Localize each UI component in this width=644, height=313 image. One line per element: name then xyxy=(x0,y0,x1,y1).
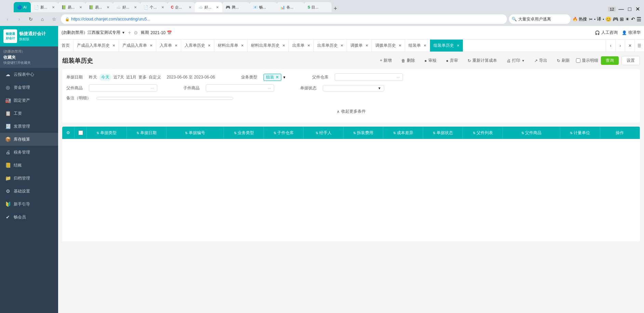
sidebar-item-inventory[interactable]: 📦 库存核算 xyxy=(0,133,58,146)
order-status-input[interactable]: ▼ xyxy=(323,85,384,91)
browser-minimize-icon[interactable]: — xyxy=(617,6,625,12)
date-shortcut-yesterday[interactable]: 昨天 xyxy=(89,74,97,80)
company-selector[interactable]: (勿删勿禁用）江西服宝测试专用 ▼ xyxy=(62,30,125,35)
address-input[interactable]: 🔒 https://cloud.chanjet.com/accounting/u… xyxy=(61,14,507,24)
grid-icon[interactable]: ⊞ xyxy=(620,16,624,22)
settings-gear-icon[interactable]: ⚙ xyxy=(134,30,138,35)
nav-tab-material-out[interactable]: 材料出库单 ✕ xyxy=(214,40,247,52)
date-shortcut-more[interactable]: 更多 xyxy=(138,74,147,80)
browser-tab-5[interactable]: ☁️ 好... ✕ xyxy=(113,2,140,12)
forward-button[interactable]: › xyxy=(14,14,24,24)
select-all-checkbox[interactable] xyxy=(78,130,83,135)
browser-tab-3[interactable]: 📗 易... ✕ xyxy=(58,2,85,12)
order-status-dropdown-icon[interactable]: ▼ xyxy=(378,86,381,90)
browser-tab-10[interactable]: 📧 畅... xyxy=(250,2,277,12)
nav-tab-close[interactable]: ✕ xyxy=(424,44,426,47)
th-business-type[interactable]: ⇅ 业务类型 xyxy=(224,127,264,139)
add-company-button[interactable]: + xyxy=(128,30,131,36)
nav-tab-material-out-history[interactable]: 材料出库单历史 ✕ xyxy=(247,40,289,52)
date-shortcut-1month[interactable]: 近1月 xyxy=(126,74,137,80)
period-selector[interactable]: 账期 2021-10 📅 xyxy=(141,30,172,35)
nav-tabs-right-btn[interactable]: › xyxy=(615,40,625,52)
sidebar-item-fixed-assets[interactable]: 🏭 固定资产 xyxy=(0,94,58,107)
sidebar-favorites[interactable]: (勿删勿禁用） 收藏夹 快捷键打开收藏夹 xyxy=(0,46,58,68)
nav-tab-close[interactable]: ✕ xyxy=(399,44,401,47)
th-checkbox[interactable] xyxy=(75,127,87,139)
nav-tabs-menu-btn[interactable]: ☰ xyxy=(634,40,644,52)
th-disassembly-cost[interactable]: ⇅ 拆装费用 xyxy=(344,127,384,139)
show-detail-checkbox[interactable]: 显示明细 xyxy=(576,58,598,63)
th-order-status[interactable]: ⇅ 单据状态 xyxy=(423,127,463,139)
browser-maximize-icon[interactable]: □ xyxy=(627,6,633,12)
sun-icon[interactable]: ☀ xyxy=(625,16,630,22)
th-order-date[interactable]: ⇅ 单据日期 xyxy=(127,127,167,139)
nav-tab-transfer[interactable]: 调拨单 ✕ xyxy=(347,40,372,52)
nav-tab-production-in-history[interactable]: 产成品入库单历史 ✕ xyxy=(73,40,119,52)
nav-tabs-left-btn[interactable]: ‹ xyxy=(606,40,615,52)
nav-tab-assemble[interactable]: 组装单 ✕ xyxy=(405,40,430,52)
browser-tab-8[interactable]: ☁️ 好... ✕ xyxy=(195,2,222,12)
business-type-close[interactable]: ✕ xyxy=(276,75,279,80)
scissors-icon[interactable]: ✂ xyxy=(589,17,593,22)
game-icon[interactable]: 🎮 xyxy=(613,16,618,22)
nav-tabs-close-btn[interactable]: ✕ xyxy=(625,40,634,52)
more-icon[interactable]: ··· xyxy=(397,75,400,80)
sidebar-item-archive[interactable]: 📁 归档管理 xyxy=(0,172,58,185)
nav-tab-in[interactable]: 入库单 ✕ xyxy=(156,40,181,52)
th-handler[interactable]: ⇅ 经手人 xyxy=(304,127,344,139)
browser-tab-9[interactable]: 🎮 腾... xyxy=(222,2,250,12)
nav-tab-close[interactable]: ✕ xyxy=(282,44,285,47)
undo-icon[interactable]: ↶ xyxy=(631,16,635,22)
th-settings[interactable]: ⚙ xyxy=(62,127,75,139)
nav-tab-close[interactable]: ✕ xyxy=(307,44,310,47)
abandon-button[interactable]: ● 弃审 xyxy=(443,56,461,65)
child-goods-input[interactable]: ··· xyxy=(206,84,274,92)
sidebar-item-membership[interactable]: ✔ 畅会员 xyxy=(0,211,58,224)
browser-tab-11[interactable]: 📊 各... xyxy=(277,2,304,12)
show-detail-input[interactable] xyxy=(576,58,580,63)
browser-tab-2[interactable]: 📄 新... ✕ xyxy=(31,2,58,12)
nav-tab-close[interactable]: ✕ xyxy=(457,44,459,47)
nav-tab-assemble-history[interactable]: 组装单历史 ✕ xyxy=(430,40,463,52)
date-shortcut-custom[interactable]: 自定义 xyxy=(149,74,161,80)
th-parent-goods[interactable]: ⇅ 父件商品 xyxy=(503,127,560,139)
th-order-no[interactable]: ⇅ 单据编号 xyxy=(166,127,224,139)
sidebar-item-fund[interactable]: ◎ 资金管理 xyxy=(0,81,58,94)
refresh-button[interactable]: ↻ xyxy=(26,14,36,24)
sidebar-item-cloud-report[interactable]: ☁ 云报表中心 xyxy=(0,68,58,81)
sidebar-item-basic-settings[interactable]: ⚙ 基础设置 xyxy=(0,185,58,198)
date-shortcut-today[interactable]: 今天 xyxy=(99,74,111,81)
home-button[interactable]: ⌂ xyxy=(38,14,47,24)
nav-tab-close[interactable]: ✕ xyxy=(175,44,177,47)
note-input[interactable] xyxy=(96,97,233,100)
browser-tab-1[interactable]: 🔵 Ai xyxy=(14,2,31,12)
nav-tab-production-in[interactable]: 产成品入库单 ✕ xyxy=(119,40,156,52)
delete-button[interactable]: 🗑 删除 xyxy=(398,56,418,65)
back-button[interactable]: ‹ xyxy=(3,14,12,24)
service-button[interactable]: 🎧 人工咨询 xyxy=(595,30,618,35)
audit-button[interactable]: ● 审核 xyxy=(421,56,440,65)
nav-tab-out[interactable]: 出库单 ✕ xyxy=(289,40,314,52)
sidebar-item-settlement[interactable]: 📒 结账 xyxy=(0,159,58,172)
search-bar[interactable]: 🔍 大量安卓用户逃离 xyxy=(509,14,571,24)
nav-tab-home[interactable]: 首页 xyxy=(58,40,73,52)
print-button[interactable]: 🖨 打印 ▼ xyxy=(503,56,528,65)
refresh-page-button[interactable]: ↻ 刷新 xyxy=(553,56,573,65)
hot-search-label[interactable]: 🔥 热搜 xyxy=(573,16,587,22)
user-info[interactable]: 👤 徐泽华 xyxy=(622,30,641,35)
menu-icon[interactable]: ☰ xyxy=(636,16,641,23)
browser-close-icon[interactable]: ✕ xyxy=(634,6,641,12)
new-tab-button[interactable]: + xyxy=(332,5,339,12)
nav-tab-close[interactable]: ✕ xyxy=(112,44,115,47)
settings-button[interactable]: 设置 xyxy=(621,56,640,65)
browser-tab-6[interactable]: 📄 个... ✕ xyxy=(140,2,167,12)
th-order-type[interactable]: ⇅ 单据类型 xyxy=(87,127,127,139)
th-parent-list[interactable]: ⇅ 父件列表 xyxy=(463,127,503,139)
sidebar-item-salary[interactable]: 📋 工资 xyxy=(0,107,58,120)
business-type-dropdown-icon[interactable]: ▼ xyxy=(283,75,286,79)
date-shortcut-7days[interactable]: 近7天 xyxy=(113,74,124,80)
nav-tab-close[interactable]: ✕ xyxy=(241,44,244,47)
new-button[interactable]: + 新增 xyxy=(376,56,395,65)
sidebar-item-tax[interactable]: 🖨 税务管理 xyxy=(0,146,58,159)
nav-tab-close[interactable]: ✕ xyxy=(365,44,368,47)
